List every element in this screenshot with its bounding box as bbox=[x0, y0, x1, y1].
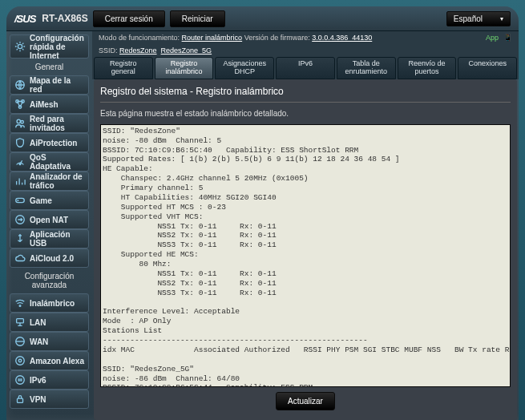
speed-icon bbox=[14, 155, 26, 168]
sidebar-item-label: Red para invitados bbox=[30, 115, 85, 132]
globe-icon bbox=[14, 79, 26, 91]
sidebar-item-ipv6[interactable]: IPv6 bbox=[10, 370, 89, 390]
gamepad-icon bbox=[14, 194, 26, 207]
sidebar-item-inal-mbrico[interactable]: Inalámbrico bbox=[10, 293, 89, 313]
wifi-icon bbox=[14, 297, 26, 309]
op-mode-link[interactable]: Router inalámbrico bbox=[182, 34, 243, 42]
ssid2-link[interactable]: RedesZone_5G bbox=[161, 46, 212, 55]
wan-icon bbox=[14, 335, 26, 348]
reboot-button[interactable]: Reiniciar bbox=[170, 10, 225, 27]
svg-point-14 bbox=[18, 359, 22, 362]
tab-registro-general[interactable]: Registrogeneral bbox=[94, 57, 153, 79]
wireless-log-output[interactable]: SSID: "RedesZone" noise: -80 dBm Channel… bbox=[100, 124, 511, 387]
ipv6-icon bbox=[14, 374, 26, 386]
sidebar-item-label: VPN bbox=[30, 395, 46, 404]
sidebar-item-label: LAN bbox=[30, 318, 46, 327]
bars-icon bbox=[14, 175, 26, 188]
tab-tabla-de-enrutamiento[interactable]: Tabla deenrutamiento bbox=[337, 57, 396, 79]
sidebar-item-open-nat[interactable]: Open NAT bbox=[10, 210, 89, 229]
sidebar-item-red-para-invitados[interactable]: Red para invitados bbox=[10, 114, 89, 133]
svg-point-13 bbox=[16, 357, 25, 365]
main-area: Modo de funcionamiento: Router inalámbri… bbox=[92, 31, 519, 420]
sidebar-heading-advanced: Configuración avanzada bbox=[10, 270, 89, 291]
gear-icon bbox=[14, 40, 26, 53]
app-link[interactable]: App bbox=[486, 34, 499, 42]
svg-point-5 bbox=[17, 119, 20, 123]
sidebar-item-aiprotection[interactable]: AiProtection bbox=[10, 133, 89, 152]
sidebar-item-aicloud-2-0[interactable]: AiCloud 2.0 bbox=[10, 248, 89, 268]
sidebar-item-quick-setup[interactable]: Configuración rápida de Internet bbox=[10, 34, 89, 59]
sidebar-item-label: Game bbox=[30, 196, 52, 205]
firmware-link[interactable]: 3.0.0.4.386_44130 bbox=[312, 34, 372, 42]
sidebar-item-qos-adaptativa[interactable]: QoS Adaptativa bbox=[10, 152, 89, 172]
sidebar-item-wan[interactable]: WAN bbox=[10, 332, 89, 351]
svg-rect-8 bbox=[16, 198, 25, 202]
sidebar-item-label: QoS Adaptativa bbox=[30, 153, 85, 171]
logout-button[interactable]: Cerrar sesión bbox=[93, 10, 165, 27]
svg-rect-11 bbox=[17, 319, 24, 323]
brand-logo: /SUS bbox=[14, 13, 35, 25]
sidebar-item-label: Inalámbrico bbox=[30, 299, 75, 308]
page-desc: Esta página muestra el estado inalámbric… bbox=[100, 103, 511, 124]
tab-asignaciones-dhcp[interactable]: AsignacionesDHCP bbox=[215, 57, 274, 79]
tab-conexiones-[interactable]: Conexiones bbox=[458, 57, 517, 79]
sidebar-item-label: AiMesh bbox=[30, 100, 59, 109]
sidebar-item-label: Open NAT bbox=[30, 216, 68, 224]
sidebar-item-game[interactable]: Game bbox=[10, 191, 89, 210]
sidebar-item-analizador-de-tr-fico[interactable]: Analizador de tráfico bbox=[10, 172, 89, 191]
sidebar-item-label: AiCloud 2.0 bbox=[30, 254, 74, 263]
content-panel: Registro del sistema - Registro inalámbr… bbox=[94, 79, 517, 420]
sidebar-item-label: Analizador de tráfico bbox=[30, 172, 85, 190]
meta-row-1: Modo de funcionamiento: Router inalámbri… bbox=[92, 31, 519, 44]
sidebar-item-aplicaci-n-usb[interactable]: Aplicación USB bbox=[10, 229, 89, 248]
sidebar-item-label: Amazon Alexa bbox=[30, 357, 84, 365]
sidebar-item-mapa-de-la-red[interactable]: Mapa de la red bbox=[10, 75, 89, 95]
svg-point-0 bbox=[18, 44, 22, 48]
tab-registro-inal-mbrico[interactable]: Registroinalámbrico bbox=[155, 57, 214, 79]
vpn-icon bbox=[14, 393, 26, 406]
cloud-icon bbox=[14, 252, 26, 265]
meta-row-2: SSID: RedesZone RedesZone_5G bbox=[92, 44, 519, 57]
sidebar: Configuración rápida de Internet General… bbox=[6, 31, 92, 420]
sidebar-item-amazon-alexa[interactable]: Amazon Alexa bbox=[10, 351, 89, 370]
sidebar-item-lan[interactable]: LAN bbox=[10, 313, 89, 332]
tab-row: RegistrogeneralRegistroinalámbricoAsigna… bbox=[92, 57, 519, 79]
mesh-icon bbox=[14, 98, 26, 111]
phone-icon[interactable]: 📱 bbox=[503, 34, 512, 42]
sidebar-item-label: AiProtection bbox=[30, 139, 77, 147]
router-admin-frame: /SUS RT-AX86S Cerrar sesión Reiniciar Es… bbox=[6, 6, 519, 420]
model-label: RT-AX86S bbox=[42, 13, 87, 24]
sidebar-item-label: WAN bbox=[30, 337, 48, 346]
alexa-icon bbox=[14, 354, 26, 367]
usb-icon bbox=[14, 232, 26, 245]
svg-rect-16 bbox=[18, 398, 23, 402]
svg-point-6 bbox=[21, 121, 24, 124]
page-title: Registro del sistema - Registro inalámbr… bbox=[100, 86, 511, 103]
guest-icon bbox=[14, 117, 26, 130]
sidebar-item-label: Aplicación USB bbox=[30, 230, 85, 248]
nat-icon bbox=[14, 213, 26, 226]
sidebar-heading-general: General bbox=[10, 61, 89, 73]
tab-reenv-o-de-puertos[interactable]: Reenvío depuertos bbox=[398, 57, 457, 79]
update-button[interactable]: Actualizar bbox=[276, 392, 335, 410]
sidebar-item-vpn[interactable]: VPN bbox=[10, 390, 89, 409]
shield-icon bbox=[14, 136, 26, 149]
sidebar-item-label: IPv6 bbox=[30, 376, 46, 385]
sidebar-item-label: Mapa de la red bbox=[30, 76, 85, 94]
top-bar: /SUS RT-AX86S Cerrar sesión Reiniciar Es… bbox=[6, 6, 519, 31]
lan-icon bbox=[14, 316, 26, 329]
tab-ipv6-[interactable]: IPv6 bbox=[276, 57, 335, 79]
ssid1-link[interactable]: RedesZone bbox=[119, 46, 157, 55]
sidebar-item-aimesh[interactable]: AiMesh bbox=[10, 95, 89, 114]
language-selector[interactable]: Español bbox=[446, 11, 511, 26]
svg-point-10 bbox=[19, 305, 21, 307]
